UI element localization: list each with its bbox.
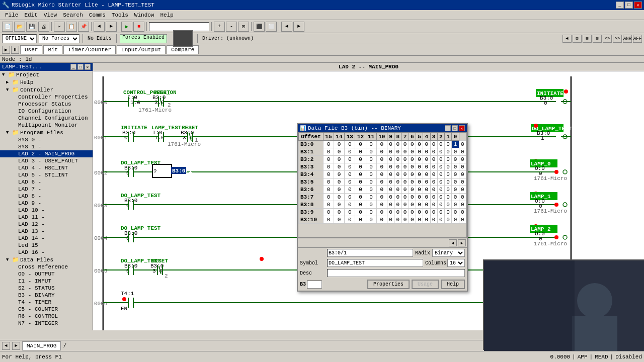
- tree-item-lad7[interactable]: LAD 7 -: [0, 186, 93, 193]
- table-cell[interactable]: 0: [430, 178, 437, 186]
- table-cell[interactable]: 0: [430, 156, 437, 163]
- table-cell[interactable]: 0: [345, 171, 355, 178]
- table-cell[interactable]: 0: [416, 201, 423, 209]
- table-cell[interactable]: 0: [323, 201, 334, 209]
- copy-btn[interactable]: 📋: [66, 22, 77, 32]
- tree-item-r6-control[interactable]: R6 - CONTROL: [0, 313, 93, 320]
- table-cell[interactable]: 0: [355, 171, 366, 178]
- table-cell[interactable]: 0: [323, 141, 334, 148]
- tree-item-s2-status[interactable]: S2 - STATUS: [0, 285, 93, 292]
- table-cell[interactable]: 0: [334, 171, 345, 178]
- table-cell[interactable]: 1: [452, 141, 459, 148]
- table-cell[interactable]: 0: [376, 156, 387, 163]
- table-cell[interactable]: 0: [376, 194, 387, 201]
- table-cell[interactable]: 0: [452, 216, 459, 224]
- table-cell[interactable]: 0: [345, 141, 355, 148]
- table-cell[interactable]: 0: [394, 186, 401, 194]
- lad-nav-btn[interactable]: ◄: [562, 35, 572, 43]
- table-cell[interactable]: 0: [355, 141, 366, 148]
- table-cell[interactable]: 0: [409, 209, 416, 216]
- table-cell[interactable]: 0: [401, 156, 409, 163]
- table-cell[interactable]: 0: [334, 163, 345, 171]
- table-cell[interactable]: 0: [334, 186, 345, 194]
- table-cell[interactable]: 0: [387, 194, 394, 201]
- menu-search[interactable]: Search: [60, 11, 86, 19]
- table-cell[interactable]: 0: [366, 171, 376, 178]
- paste-btn[interactable]: 📌: [78, 22, 89, 32]
- table-cell[interactable]: 0: [423, 194, 430, 201]
- tree-item-program-files[interactable]: ▼ 📁 Program Files: [0, 129, 93, 136]
- table-cell[interactable]: 0: [401, 148, 409, 156]
- table-cell[interactable]: 0: [394, 201, 401, 209]
- table-cell[interactable]: 0: [416, 216, 423, 224]
- table-cell[interactable]: 0: [445, 156, 452, 163]
- table-cell[interactable]: 0: [345, 163, 355, 171]
- table-cell[interactable]: 0: [401, 141, 409, 148]
- table-cell[interactable]: 0: [376, 148, 387, 156]
- table-cell[interactable]: 0: [430, 209, 437, 216]
- table-cell[interactable]: 0: [445, 216, 452, 224]
- prog-nav-left[interactable]: ◄: [2, 342, 10, 350]
- table-cell[interactable]: 0: [345, 186, 355, 194]
- table-cell[interactable]: 0: [459, 141, 466, 148]
- table-cell[interactable]: 0: [409, 141, 416, 148]
- table-cell[interactable]: 0: [376, 178, 387, 186]
- table-cell[interactable]: 0: [376, 209, 387, 216]
- table-cell[interactable]: 0: [452, 148, 459, 156]
- table-cell[interactable]: 0: [423, 141, 430, 148]
- table-cell[interactable]: 0: [452, 209, 459, 216]
- table-cell[interactable]: 0: [437, 141, 444, 148]
- table-cell[interactable]: 0: [366, 209, 376, 216]
- table-cell[interactable]: 0: [430, 163, 437, 171]
- lad-nav-btn7[interactable]: ANR: [623, 35, 632, 43]
- panel-min-btn[interactable]: _: [70, 64, 76, 70]
- table-cell[interactable]: 0: [452, 186, 459, 194]
- tree-item-multipoint[interactable]: Multipoint Monitor: [0, 122, 93, 129]
- table-cell[interactable]: 0: [355, 156, 366, 163]
- table-cell[interactable]: 0: [409, 186, 416, 194]
- table-cell[interactable]: 0: [366, 178, 376, 186]
- tree-item-io-config[interactable]: IO Configuration: [0, 108, 93, 115]
- file-field[interactable]: [307, 281, 322, 289]
- prog-nav-right[interactable]: ►: [12, 342, 20, 350]
- table-cell[interactable]: 0: [355, 148, 366, 156]
- minimize-btn[interactable]: _: [616, 2, 624, 9]
- table-cell[interactable]: 0: [323, 163, 334, 171]
- zoom-out-btn[interactable]: -: [226, 22, 237, 32]
- table-cell[interactable]: 0: [452, 201, 459, 209]
- table-cell[interactable]: 0: [366, 186, 376, 194]
- online-btn[interactable]: ⬛: [254, 22, 265, 32]
- menu-edit[interactable]: Edit: [21, 11, 40, 19]
- table-cell[interactable]: 0: [409, 163, 416, 171]
- table-cell[interactable]: 0: [409, 201, 416, 209]
- table-cell[interactable]: 0: [355, 186, 366, 194]
- tree-item-lad15[interactable]: Led 15: [0, 242, 93, 249]
- tree-item-lad6[interactable]: LAD 6 -: [0, 178, 93, 186]
- table-cell[interactable]: 0: [409, 194, 416, 201]
- table-cell[interactable]: 0: [345, 216, 355, 224]
- table-cell[interactable]: 0: [437, 186, 444, 194]
- tree-item-o0-output[interactable]: O0 - OUTPUT: [0, 270, 93, 278]
- table-cell[interactable]: 0: [345, 201, 355, 209]
- table-cell[interactable]: 0: [334, 201, 345, 209]
- table-cell[interactable]: 0: [387, 186, 394, 194]
- table-cell[interactable]: 0: [401, 178, 409, 186]
- table-cell[interactable]: 0: [416, 156, 423, 163]
- lad-nav-btn8[interactable]: AFF: [633, 35, 642, 43]
- tab-input-output[interactable]: Input/Output: [117, 45, 166, 54]
- table-cell[interactable]: 0: [394, 141, 401, 148]
- tree-item-lad16[interactable]: LAD 16 -: [0, 249, 93, 256]
- table-cell[interactable]: 0: [437, 201, 444, 209]
- tree-item-lad4[interactable]: LAD 4 - HSC_INT: [0, 164, 93, 171]
- stop-btn[interactable]: ■: [133, 22, 144, 32]
- table-cell[interactable]: 0: [459, 171, 466, 178]
- table-cell[interactable]: 0: [437, 163, 444, 171]
- table-cell[interactable]: 0: [355, 209, 366, 216]
- tree-item-lad14[interactable]: LAD 14 -: [0, 235, 93, 242]
- table-cell[interactable]: 0: [355, 163, 366, 171]
- radix-dropdown[interactable]: Binary Decimal Hex: [432, 249, 465, 257]
- tree-item-lad8[interactable]: LAD 8 -: [0, 193, 93, 200]
- table-cell[interactable]: 0: [387, 216, 394, 224]
- lad-nav-btn3[interactable]: ⊞: [583, 35, 592, 43]
- table-cell[interactable]: 0: [376, 201, 387, 209]
